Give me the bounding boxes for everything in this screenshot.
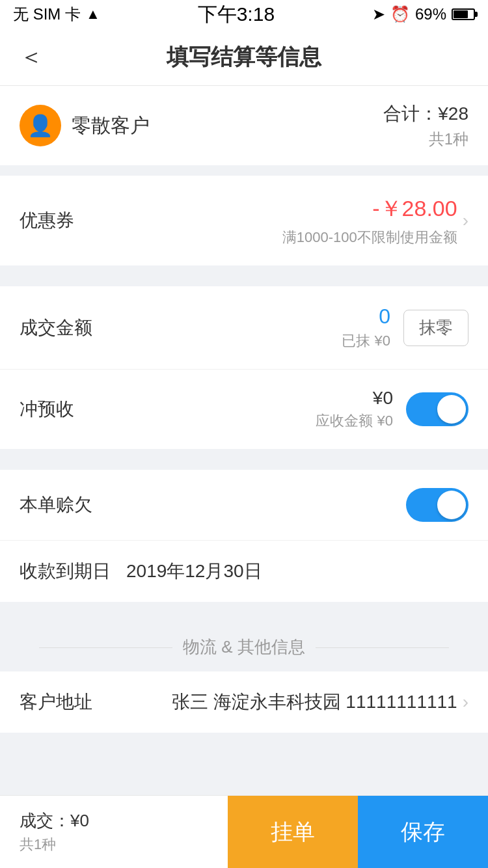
credit-section: 本单赊欠 收款到期日 2019年12月30日 [0,470,488,602]
status-left: 无 SIM 卡 ▲ [13,4,100,25]
status-bar: 无 SIM 卡 ▲ 下午3:18 ➤ ⏰ 69% [0,0,488,29]
deal-amount-value: 0 [379,305,390,329]
credit-row: 本单赊欠 [0,470,488,540]
prepay-subtext: 应收金额 ¥0 [316,411,393,431]
logistics-text: 物流 & 其他信息 [172,636,316,658]
save-button[interactable]: 保存 [358,796,488,869]
avatar-icon: 👤 [27,113,53,138]
nav-bar: ＜ 填写结算等信息 [0,29,488,86]
bottom-count: 共1种 [20,835,208,854]
address-label: 客户地址 [20,690,92,714]
due-date-label: 收款到期日 [20,559,111,584]
credit-label: 本单赊欠 [20,493,92,517]
address-value: 张三 海淀永丰科技园 11111111111 [105,690,457,714]
bottom-deal-value: ¥0 [70,811,89,830]
customer-name: 零散客户 [72,113,150,139]
back-button[interactable]: ＜ [20,41,43,73]
address-section[interactable]: 客户地址 张三 海淀永丰科技园 11111111111 › [0,671,488,733]
credit-toggle[interactable] [406,488,468,522]
customer-left: 👤 零散客户 [20,105,150,146]
main-content: 👤 零散客户 合计：¥28 共1种 优惠券 -￥28.00 满1000-100不… [0,86,488,821]
coupon-row[interactable]: 优惠券 -￥28.00 满1000-100不限制使用金额 › [0,176,488,265]
coupon-discount: -￥28.00 [372,194,457,224]
address-row[interactable]: 客户地址 张三 海淀永丰科技园 11111111111 › [0,671,488,733]
deal-value-area: 0 已抹 ¥0 [342,305,390,351]
customer-total: 合计：¥28 [383,102,468,126]
wifi-icon: ▲ [86,6,100,23]
section-divider-3 [0,612,488,623]
customer-count: 共1种 [383,129,468,150]
logistics-divider: 物流 & 其他信息 [0,623,488,671]
bottom-summary: 成交：¥0 共1种 [0,809,228,854]
bottom-deal-text: 成交：¥0 [20,809,208,832]
round-zero-button[interactable]: 抹零 [403,310,468,346]
prepay-value: ¥0 [373,388,393,409]
deal-right: 0 已抹 ¥0 抹零 [342,305,468,351]
page-title: 填写结算等信息 [167,42,321,72]
coupon-right: -￥28.00 满1000-100不限制使用金额 › [282,194,468,247]
status-right: ➤ ⏰ 69% [372,5,475,23]
toggle-thumb [437,395,466,424]
coupon-section[interactable]: 优惠券 -￥28.00 满1000-100不限制使用金额 › [0,176,488,265]
bottom-bar: 成交：¥0 共1种 挂单 保存 [0,795,488,868]
credit-toggle-thumb [437,491,466,519]
prepay-right: ¥0 应收金额 ¥0 [316,388,468,431]
due-date-row: 收款到期日 2019年12月30日 [0,540,488,602]
coupon-value-area: -￥28.00 满1000-100不限制使用金额 [282,194,457,247]
address-chevron-icon: › [463,692,468,712]
alarm-icon: ⏰ [390,5,410,23]
customer-section: 👤 零散客户 合计：¥28 共1种 [0,86,488,165]
battery-icon [452,8,475,20]
coupon-label: 优惠券 [20,208,74,233]
section-divider-1 [0,276,488,286]
deal-amount-section: 成交金额 0 已抹 ¥0 抹零 冲预收 ¥0 应收金额 ¥0 [0,286,488,449]
carrier-text: 无 SIM 卡 [13,4,81,25]
chevron-right-icon: › [463,210,468,231]
prepay-amounts: ¥0 应收金额 ¥0 [316,388,393,431]
hang-order-button[interactable]: 挂单 [228,796,358,869]
time-display: 下午3:18 [198,1,275,28]
deal-amount-label: 成交金额 [20,316,92,340]
bottom-deal-label: 成交： [20,811,70,830]
coupon-subtext: 满1000-100不限制使用金额 [282,228,457,247]
due-date-value: 2019年12月30日 [126,559,262,584]
deal-amount-row: 成交金额 0 已抹 ¥0 抹零 [0,286,488,370]
section-divider-2 [0,459,488,470]
location-icon: ➤ [372,5,385,23]
battery-percent: 69% [415,5,446,23]
prepay-row: 冲预收 ¥0 应收金额 ¥0 [0,370,488,449]
prepay-label: 冲预收 [20,397,74,422]
prepay-toggle[interactable] [406,392,468,426]
deal-subtracted: 已抹 ¥0 [342,331,390,351]
customer-right: 合计：¥28 共1种 [383,102,468,150]
avatar: 👤 [20,105,61,146]
